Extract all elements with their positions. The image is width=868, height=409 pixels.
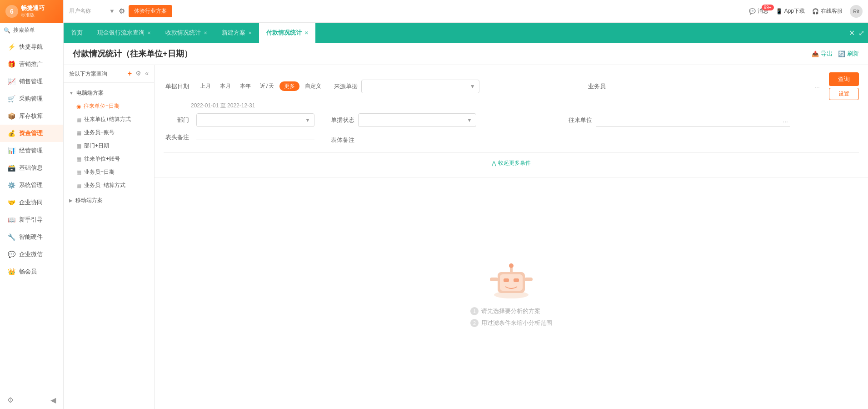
add-scheme-icon[interactable]: +	[128, 70, 132, 78]
svg-point-6	[509, 263, 514, 268]
sidebar-item-finance[interactable]: 💰资金管理	[0, 125, 63, 142]
sidebar-item-quick-nav[interactable]: ⚡快捷导航	[0, 38, 63, 56]
tab-label-bank-flow: 现金银行流水查询	[97, 29, 145, 37]
tab-close-bank-flow[interactable]: ✕	[147, 30, 151, 35]
dept-select[interactable]: ▼	[196, 113, 314, 127]
content-area: 按以下方案查询 + ⚙ « ▼电脑端方案◉往来单位+日期▦往来单位+结算方式▦业…	[64, 65, 868, 409]
tab-label-receipt-stats: 收款情况统计	[165, 29, 201, 37]
industry-btn[interactable]: 体验行业方案	[129, 5, 172, 17]
logo-text: 畅捷通巧 标准版	[21, 5, 45, 18]
source-select[interactable]: ▼	[361, 80, 479, 93]
date-label: 单据日期	[164, 82, 189, 91]
step2-text: 用过滤条件来缩小分析范围	[481, 319, 552, 327]
schema-item-icon: ▦	[76, 130, 81, 136]
group-label: 电脑端方案	[76, 89, 104, 97]
counterpart-label: 往来单位	[567, 116, 592, 124]
right-panel: 单据日期 上月本月本年近7天更多自定义 来源单据 ▼	[155, 65, 868, 409]
schema-item-icon: ◉	[76, 103, 81, 110]
topbar-dropdown-icon[interactable]: ▼	[109, 8, 115, 15]
search-menu[interactable]: 🔍 搜索菜单	[0, 23, 63, 38]
tab-close-payment-stats[interactable]: ✕	[304, 30, 308, 35]
date-btn-上月[interactable]: 上月	[196, 81, 215, 91]
refresh-label: 刷新	[847, 50, 859, 58]
date-btn-近7天[interactable]: 近7天	[256, 81, 278, 91]
query-btn[interactable]: 查询	[829, 72, 859, 86]
collapse-sidebar-icon[interactable]: ◀	[50, 396, 56, 404]
refresh-btn[interactable]: 🔄 刷新	[838, 50, 859, 58]
topbar-gear-icon[interactable]: ⚙	[119, 7, 125, 15]
topbar-msg[interactable]: 💬 消息 99+	[749, 7, 768, 15]
system-label: 系统管理	[19, 181, 43, 189]
export-label: 导出	[821, 50, 833, 58]
status-select[interactable]: ▼	[358, 113, 476, 127]
empty-state: 1 请先选择要分析的方案 2 用过滤条件来缩小分析范围	[155, 177, 868, 409]
basic-label: 基础信息	[19, 164, 43, 172]
schema-item[interactable]: ◉往来单位+日期	[64, 100, 154, 113]
sidebar-item-purchase[interactable]: 🛒采购管理	[0, 90, 63, 107]
sidebar-item-wechat[interactable]: 💬企业微信	[0, 246, 63, 263]
schema-group-header[interactable]: ▼电脑端方案	[64, 86, 154, 100]
schema-item-label: 业务员+结算方式	[84, 182, 125, 189]
date-btn-本年[interactable]: 本年	[236, 81, 254, 91]
tab-close-receipt-stats[interactable]: ✕	[204, 30, 207, 35]
date-range-text: 2022-01-01 至 2022-12-31	[191, 102, 255, 109]
schema-group-header[interactable]: ▶移动端方案	[64, 194, 154, 207]
sidebar-item-inventory[interactable]: 📦库存核算	[0, 107, 63, 125]
collapse-conditions-btn[interactable]: ⋀ 收起更多条件	[492, 157, 531, 170]
settings-icon[interactable]: ⚙	[7, 396, 14, 404]
sidebar-item-guide[interactable]: 📖新手引导	[0, 211, 63, 228]
app-label: App下载	[784, 7, 805, 15]
schema-item-label: 业务员+日期	[84, 168, 115, 176]
topbar-username: 用户名称	[69, 7, 105, 15]
salesman-dots-icon[interactable]: ...	[814, 82, 820, 90]
setting-btn[interactable]: 设置	[829, 88, 859, 100]
topbar-app[interactable]: 📱 App下载	[776, 7, 805, 15]
date-btn-本月[interactable]: 本月	[216, 81, 234, 91]
date-btn-custom[interactable]: 自定义	[301, 81, 325, 91]
tabbar-expand-icon[interactable]: ⤢	[858, 29, 864, 37]
left-panel: 按以下方案查询 + ⚙ « ▼电脑端方案◉往来单位+日期▦往来单位+结算方式▦业…	[64, 65, 155, 409]
tabbar-close-icon[interactable]: ✕	[849, 29, 855, 37]
sidebar-item-sales[interactable]: 📈销售管理	[0, 73, 63, 90]
refresh-icon: 🔄	[838, 50, 845, 57]
note-header-input[interactable]	[196, 133, 314, 140]
member-icon: 👑	[7, 268, 15, 276]
export-btn[interactable]: 📤 导出	[812, 50, 833, 58]
tab-receipt-stats[interactable]: 收款情况统计✕	[158, 23, 215, 43]
schema-item[interactable]: ▦业务员+结算方式	[64, 179, 154, 192]
page-header-actions: 📤 导出 🔄 刷新	[812, 50, 859, 58]
sidebar-item-hardware[interactable]: 🔧智能硬件	[0, 228, 63, 246]
quick-nav-label: 快捷导航	[19, 43, 43, 51]
topbar-right: 💬 消息 99+ 📱 App下载 🎧 在线客服 Rit	[749, 5, 863, 18]
schema-item[interactable]: ▦部门+日期	[64, 139, 154, 152]
sidebar-item-system[interactable]: ⚙️系统管理	[0, 177, 63, 194]
tab-bank-flow[interactable]: 现金银行流水查询✕	[90, 23, 158, 43]
sidebar-item-operation[interactable]: 📊经营管理	[0, 142, 63, 159]
tab-new-scheme[interactable]: 新建方案✕	[215, 23, 259, 43]
schema-item[interactable]: ▦业务员+日期	[64, 166, 154, 179]
empty-step-1: 1 请先选择要分析的方案	[470, 307, 552, 315]
counterpart-dots-icon[interactable]: ...	[783, 116, 788, 124]
tab-home[interactable]: 首页	[64, 23, 90, 43]
topbar-service[interactable]: 🎧 在线客服	[812, 7, 843, 15]
date-btn-more[interactable]: 更多	[279, 81, 299, 91]
sidebar-item-basic[interactable]: 🗃️基础信息	[0, 159, 63, 177]
sidebar-footer: ⚙ ◀	[0, 391, 63, 409]
schema-item[interactable]: ▦业务员+账号	[64, 126, 154, 139]
scheme-collapse-icon[interactable]: «	[145, 70, 149, 78]
schema-item[interactable]: ▦往来单位+账号	[64, 152, 154, 166]
tab-payment-stats[interactable]: 付款情况统计✕	[259, 23, 315, 43]
sidebar-item-member[interactable]: 👑畅会员	[0, 263, 63, 280]
sidebar-item-marketing[interactable]: 🎁营销推广	[0, 56, 63, 73]
tabbar-right-actions: ✕⤢	[849, 23, 868, 43]
tab-close-new-scheme[interactable]: ✕	[248, 30, 252, 35]
schema-group: ▼电脑端方案◉往来单位+日期▦往来单位+结算方式▦业务员+账号▦部门+日期▦往来…	[64, 86, 154, 192]
filter-row-2: 部门 ▼ 单据状态 ▼ 往来单	[164, 113, 859, 127]
schema-item[interactable]: ▦往来单位+结算方式	[64, 113, 154, 126]
inventory-label: 库存核算	[19, 112, 43, 120]
sidebar-item-enterprise[interactable]: 🤝企业协同	[0, 194, 63, 211]
topbar-avatar[interactable]: Rit	[850, 5, 863, 18]
step1-num: 1	[470, 307, 479, 315]
note-body-input[interactable]	[358, 133, 476, 147]
scheme-settings-icon[interactable]: ⚙	[135, 70, 141, 78]
